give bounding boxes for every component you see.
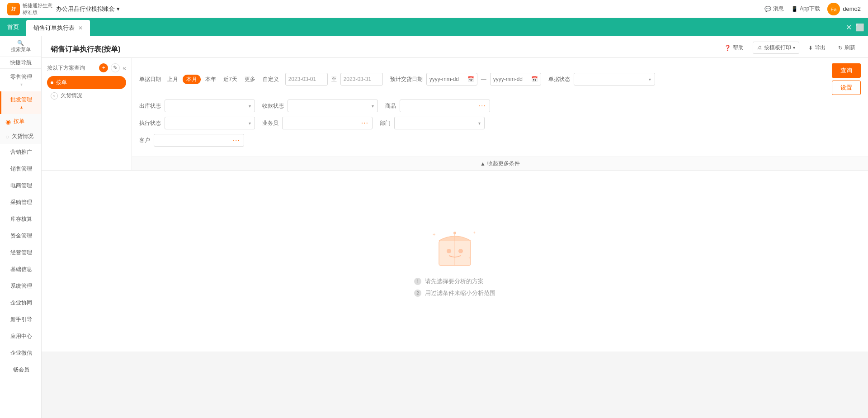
status-select[interactable]: ▾: [574, 73, 655, 86]
app-download-btn[interactable]: 📱 App下载: [791, 5, 820, 13]
page-title: 销售订单执行表(按单): [51, 45, 121, 54]
expected-date-to-input[interactable]: [493, 76, 529, 82]
sidebar-item-purchase[interactable]: 采购管理: [0, 194, 41, 211]
page-actions: ❓ 帮助 🖨 按模板打印 ▾ ⬇ 导出 ↻ 刷新: [721, 42, 859, 57]
sidebar-item-system[interactable]: 系统管理: [0, 278, 41, 294]
date-from-input[interactable]: [288, 76, 325, 82]
sidebar-quick-nav[interactable]: 快捷导航: [0, 57, 41, 69]
circle-dot-icon: ◉: [5, 118, 11, 125]
sidebar-item-basic[interactable]: 基础信息: [0, 261, 41, 278]
filter-scheme-title: 按以下方案查询 + ✎ «: [47, 63, 126, 72]
filter-field-payment-status: 收款状态 ▾: [262, 100, 378, 112]
svg-text:✦: ✦: [473, 231, 476, 235]
sidebar-sub-item-arrears[interactable]: ○ 欠货情况: [0, 129, 41, 144]
sidebar-item-enterprise[interactable]: 企业协同: [0, 294, 41, 311]
sidebar-item-wholesale[interactable]: 批发管理 ▴: [0, 91, 41, 114]
calendar-icon-2[interactable]: 📅: [531, 76, 538, 82]
scheme-item-按单[interactable]: 按单: [47, 76, 126, 89]
date-to-wrap: [340, 73, 383, 86]
date-tab-custom[interactable]: 自定义: [260, 75, 282, 84]
expected-date-from-input[interactable]: [429, 76, 466, 82]
collapse-scheme-btn[interactable]: «: [123, 64, 126, 71]
active-dot-icon: [51, 81, 53, 84]
date-to-input[interactable]: [344, 76, 380, 82]
empty-hint-2: 2 用过滤条件来缩小分析范围: [414, 289, 495, 297]
sidebar-sub-wholesale: ◉ 按单 ○ 欠货情况: [0, 114, 41, 144]
filter-form-area: 单据日期 上月 本月 本年 近7天 更多 自定义: [132, 58, 868, 170]
exec-status-select[interactable]: ▾: [165, 117, 255, 129]
scheme-item-欠货情况[interactable]: ○ 欠货情况: [47, 89, 126, 102]
filter-field-date: 单据日期 上月 本月 本年 近7天 更多 自定义: [139, 73, 383, 86]
date-tab-this-month[interactable]: 本月: [183, 75, 201, 84]
date-tab-last-month[interactable]: 上月: [165, 75, 181, 84]
filter-form: 单据日期 上月 本月 本年 近7天 更多 自定义: [132, 58, 868, 157]
date-tab-last7[interactable]: 近7天: [221, 75, 240, 84]
expected-date-from-wrap: 📅: [426, 73, 477, 86]
app-selector[interactable]: 办公用品行业模拟账套 ▾: [56, 5, 120, 13]
user-area[interactable]: Ea demo2: [827, 3, 861, 15]
chevron-down-icon: ▾: [249, 104, 251, 109]
tab-close-icon[interactable]: ✕: [78, 25, 83, 31]
sidebar-item-wechat[interactable]: 企业微信: [0, 345, 41, 361]
add-scheme-btn[interactable]: +: [99, 63, 108, 72]
payment-status-select[interactable]: ▾: [288, 100, 378, 112]
sidebar-item-ecommerce[interactable]: 电商管理: [0, 177, 41, 194]
filter-row-3: 执行状态 ▾ 业务员 ···: [139, 117, 861, 129]
chevron-up-icon: ▴: [20, 104, 23, 109]
search-button[interactable]: 查询: [832, 63, 861, 78]
sidebar-item-newbie[interactable]: 新手引导: [0, 311, 41, 328]
sidebar-item-finance[interactable]: 资金管理: [0, 228, 41, 244]
download-icon: 📱: [791, 6, 798, 12]
top-header: 好 畅捷通好生意 标准版 办公用品行业模拟账套 ▾ 💬 消息 📱 App下载 E…: [0, 0, 868, 18]
date-from-wrap: [285, 73, 328, 86]
expected-date-to-wrap: 📅: [490, 73, 541, 86]
sidebar-item-sales[interactable]: 销售管理: [0, 161, 41, 177]
sidebar-sub-item-scheme[interactable]: ◉ 按单: [0, 114, 41, 129]
salesperson-ellipsis-btn[interactable]: ···: [361, 119, 368, 127]
header-left: 好 畅捷通好生意 标准版 办公用品行业模拟账套 ▾: [7, 2, 120, 15]
customer-ellipsis-btn[interactable]: ···: [233, 136, 240, 144]
sidebar-item-operations[interactable]: 经营管理: [0, 244, 41, 261]
filter-field-product: 商品 ···: [385, 100, 490, 112]
sidebar-search[interactable]: 🔍 搜索菜单: [0, 36, 41, 57]
action-btns: 查询 设置: [832, 63, 861, 95]
sidebar-item-retail[interactable]: 零售管理 ▾: [0, 69, 41, 91]
filter-field-customer: 客户 ···: [139, 134, 244, 147]
chevron-down-icon: ▾: [249, 121, 251, 126]
print-btn[interactable]: 🖨 按模板打印 ▾: [753, 42, 799, 54]
sidebar-item-member[interactable]: 畅会员: [0, 361, 41, 378]
reset-button[interactable]: 设置: [832, 81, 861, 95]
sidebar-item-inventory[interactable]: 库存核算: [0, 211, 41, 228]
sidebar-item-appstore[interactable]: 应用中心: [0, 328, 41, 345]
sidebar-item-marketing[interactable]: 营销推广: [0, 144, 41, 161]
date-tab-more[interactable]: 更多: [242, 75, 258, 84]
refresh-btn[interactable]: ↻ 刷新: [835, 42, 859, 53]
close-window-icon[interactable]: ✕: [846, 23, 852, 32]
header-right: 💬 消息 📱 App下载 Ea demo2: [764, 3, 861, 15]
filter-scheme-actions: + ✎ «: [99, 63, 126, 72]
filter-field-salesperson: 业务员 ···: [262, 117, 373, 129]
chevron-down-icon: ▾: [793, 45, 795, 50]
date-tab-this-year[interactable]: 本年: [203, 75, 219, 84]
out-status-select[interactable]: ▾: [165, 100, 255, 112]
maximize-icon[interactable]: ⬜: [855, 23, 864, 32]
empty-hint-1: 1 请先选择要分析的方案: [414, 277, 484, 285]
export-btn[interactable]: ⬇ 导出: [805, 42, 829, 53]
edit-scheme-btn[interactable]: ✎: [111, 63, 120, 72]
refresh-icon: ↻: [838, 45, 843, 51]
chevron-down-icon: ▾: [478, 121, 481, 126]
filter-field-out-status: 出库状态 ▾: [139, 100, 255, 112]
tab-bar-actions: ✕ ⬜: [846, 23, 868, 32]
dept-select[interactable]: ▾: [394, 117, 485, 129]
tab-home[interactable]: 首页: [0, 18, 26, 36]
print-icon: 🖨: [757, 45, 762, 51]
collapse-btn[interactable]: ▲ 收起更多条件: [132, 157, 868, 170]
inactive-circle-icon: ○: [51, 92, 58, 100]
tab-sales-order[interactable]: 销售订单执行表 ✕: [26, 20, 90, 36]
message-btn[interactable]: 💬 消息: [764, 5, 784, 13]
help-btn[interactable]: ❓ 帮助: [721, 42, 747, 53]
product-ellipsis-btn[interactable]: ···: [479, 102, 486, 110]
logo-text: 畅捷通好生意 标准版: [23, 2, 52, 15]
chevron-down-icon: ▾: [372, 104, 374, 109]
calendar-icon[interactable]: 📅: [467, 76, 474, 82]
